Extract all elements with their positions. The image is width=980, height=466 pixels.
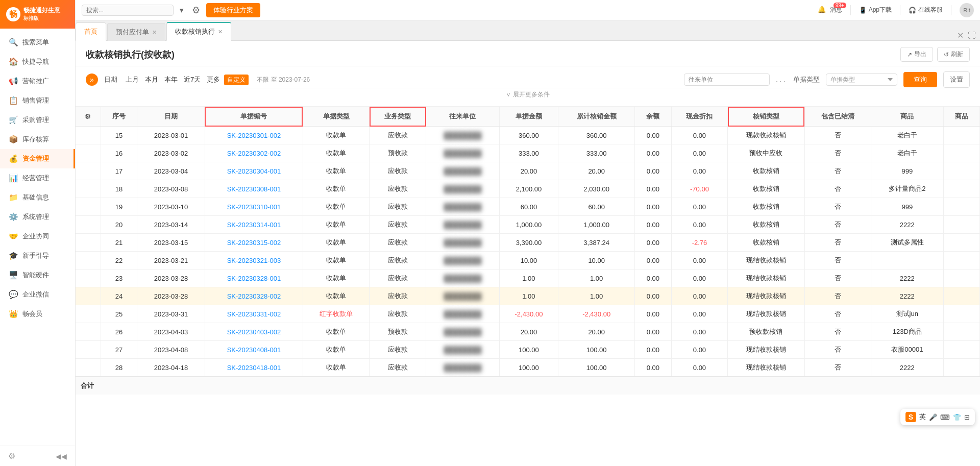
- app-download[interactable]: 📱 App下载: [859, 6, 892, 14]
- table-cell: 收款核销: [728, 234, 804, 252]
- keyboard-icon[interactable]: ⌨: [940, 413, 950, 421]
- table-cell: 0.00: [635, 127, 671, 144]
- expand-more-button[interactable]: ∨ 展开更多条件: [506, 90, 549, 99]
- user-avatar[interactable]: Rit: [960, 3, 974, 17]
- bill-no-link[interactable]: SK-20230304-001: [205, 162, 303, 180]
- table-cell: 预收款: [370, 144, 426, 162]
- table-cell: [943, 216, 979, 234]
- sidebar-collapse-icon[interactable]: ◀◀: [56, 452, 67, 460]
- solution-button[interactable]: 体验行业方案: [206, 3, 260, 17]
- sidebar-item-finance[interactable]: 💰 资金管理: [0, 149, 75, 168]
- table-row: 162023-03-02SK-20230302-002收款单预收款███████…: [76, 144, 980, 162]
- table-cell: 收款单: [303, 287, 370, 305]
- sidebar-item-search[interactable]: 🔍 搜索菜单: [0, 33, 75, 52]
- table-cell: [943, 269, 979, 287]
- table-row: 152023-03-01SK-20230301-002收款单应收款███████…: [76, 127, 980, 144]
- table-cell: ████████: [426, 269, 500, 287]
- guide-icon: 🎓: [8, 251, 18, 260]
- filter-partner-input[interactable]: [684, 73, 770, 86]
- tab-home[interactable]: 首页: [76, 22, 106, 41]
- table-cell: ████████: [426, 234, 500, 252]
- sidebar-item-inventory[interactable]: 📦 库存核算: [0, 130, 75, 149]
- bill-no-link[interactable]: SK-20230310-001: [205, 198, 303, 216]
- bill-no-link[interactable]: SK-20230403-002: [205, 323, 303, 341]
- message-notification[interactable]: 🔔 99+ 消息: [818, 6, 842, 14]
- table-cell: [76, 269, 101, 287]
- bill-no-link[interactable]: SK-20230301-002: [205, 127, 303, 144]
- table-cell: 2,100.00: [499, 180, 558, 198]
- bill-no-link[interactable]: SK-20230328-001: [205, 269, 303, 287]
- bill-no-link[interactable]: SK-20230331-002: [205, 305, 303, 323]
- filter-voucher-type-select[interactable]: 单据类型: [826, 73, 897, 86]
- tab-payable-close[interactable]: ✕: [152, 29, 157, 36]
- topbar-search-input[interactable]: [82, 5, 174, 16]
- bill-no-link[interactable]: SK-20230328-002: [205, 287, 303, 305]
- sidebar-item-purchase[interactable]: 🛒 采购管理: [0, 110, 75, 130]
- sidebar-item-system[interactable]: ⚙️ 系统管理: [0, 207, 75, 227]
- table-cell: [76, 144, 101, 162]
- sidebar-item-operations[interactable]: 📊 经营管理: [0, 168, 75, 188]
- refresh-button[interactable]: ↺ 刷新: [937, 47, 970, 62]
- filter-7days-btn[interactable]: 近7天: [182, 74, 203, 85]
- bill-no-link[interactable]: SK-20230418-001: [205, 359, 303, 377]
- bill-no-link[interactable]: SK-20230408-001: [205, 341, 303, 359]
- sidebar-settings-icon[interactable]: ⚙: [8, 451, 15, 461]
- gear-icon: ⚙️: [8, 212, 18, 222]
- sidebar-item-coop[interactable]: 🤝 企业协同: [0, 227, 75, 246]
- table-cell: 2023-03-15: [137, 234, 205, 252]
- tab-payable[interactable]: 预付应付单 ✕: [107, 23, 165, 41]
- table-container: ⚙ 序号 日期 单据编号 单据类型 业务类型 往来单位 单据金额 累计核销金额 …: [76, 107, 980, 466]
- sidebar-item-sales[interactable]: 📋 销售管理: [0, 91, 75, 110]
- bill-no-link[interactable]: SK-20230302-002: [205, 144, 303, 162]
- sidebar-item-hardware[interactable]: 🖥️ 智能硬件: [0, 265, 75, 285]
- topbar-right: 🔔 99+ 消息 📱 App下载 🎧 在线客服 Rit: [818, 3, 974, 17]
- topbar-settings-icon[interactable]: ⚙: [190, 3, 202, 18]
- query-button[interactable]: 查询: [903, 72, 937, 87]
- tab-close-all-btn[interactable]: ✕: [957, 31, 964, 40]
- topbar-dropdown-btn[interactable]: ▾: [178, 4, 186, 17]
- tab-collection[interactable]: 收款核销执行 ✕: [166, 22, 231, 41]
- table-cell: 应收款: [370, 162, 426, 180]
- sidebar-item-wechat[interactable]: 💬 企业微信: [0, 285, 75, 304]
- col-header-settings[interactable]: ⚙: [76, 107, 101, 127]
- sidebar-item-marketing[interactable]: 📢 营销推广: [0, 71, 75, 91]
- sidebar-item-label: 新手引导: [22, 251, 49, 260]
- col-header-partner: 往来单位: [426, 107, 500, 127]
- grid-icon[interactable]: ⊞: [964, 413, 970, 421]
- sidebar-item-quicknav[interactable]: 🏠 快捷导航: [0, 52, 75, 71]
- table-cell: ████████: [426, 252, 500, 269]
- table-cell: 应收款: [370, 341, 426, 359]
- tab-collection-close[interactable]: ✕: [218, 29, 223, 35]
- sidebar-item-basic[interactable]: 📁 基础信息: [0, 188, 75, 207]
- tab-collection-label: 收款核销执行: [175, 27, 215, 36]
- bill-no-link[interactable]: SK-20230321-003: [205, 252, 303, 269]
- bill-no-link[interactable]: SK-20230314-001: [205, 216, 303, 234]
- filter-this-year-btn[interactable]: 本年: [162, 74, 180, 85]
- sidebar-item-label: 快捷导航: [22, 57, 49, 66]
- phone-icon: 📱: [859, 7, 867, 14]
- tab-maximize-btn[interactable]: ⛶: [968, 31, 976, 40]
- table-cell: 100.00: [499, 359, 558, 377]
- shirt-icon[interactable]: 👕: [953, 413, 961, 421]
- bill-no-link[interactable]: SK-20230315-002: [205, 234, 303, 252]
- bill-no-link[interactable]: SK-20230308-001: [205, 180, 303, 198]
- filter-settings-button[interactable]: 设置: [943, 71, 970, 88]
- table-cell: 否: [804, 216, 871, 234]
- filter-this-month-btn[interactable]: 本月: [143, 74, 160, 85]
- table-cell: 否: [804, 252, 871, 269]
- online-service[interactable]: 🎧 在线客服: [909, 6, 943, 14]
- table-cell: 22: [101, 252, 137, 269]
- filter-custom-btn[interactable]: 自定义: [224, 75, 249, 85]
- export-button[interactable]: ↗ 导出: [900, 47, 933, 62]
- filter-last-month-btn[interactable]: 上月: [124, 74, 141, 85]
- filter-expand-button[interactable]: »: [86, 73, 98, 86]
- table-cell: 收款单: [303, 216, 370, 234]
- mic-icon[interactable]: 🎤: [929, 413, 937, 421]
- sidebar-item-member[interactable]: 👑 畅会员: [0, 304, 75, 324]
- sidebar-item-guide[interactable]: 🎓 新手引导: [0, 246, 75, 265]
- table-cell: 2023-04-03: [137, 323, 205, 341]
- filter-more-btn[interactable]: 更多: [205, 74, 222, 85]
- clipboard-icon: 📋: [8, 96, 18, 105]
- table-cell: [943, 234, 979, 252]
- table-cell: 0.00: [635, 198, 671, 216]
